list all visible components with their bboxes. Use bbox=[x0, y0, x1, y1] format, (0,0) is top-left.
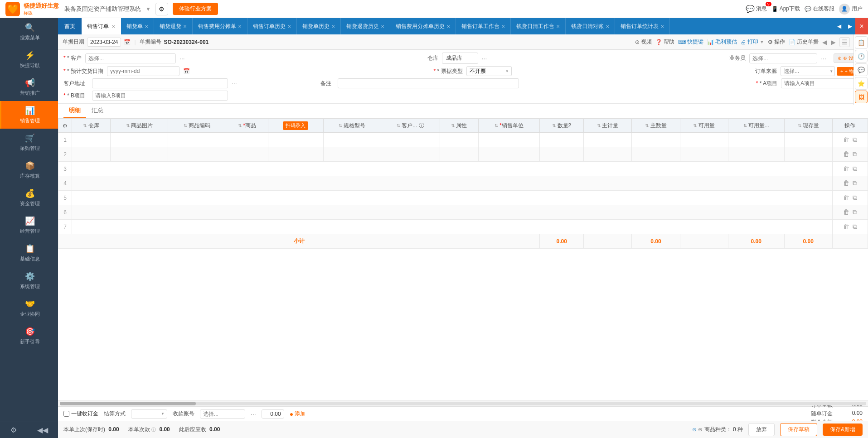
right-icon-1[interactable]: 📋 bbox=[855, 36, 868, 49]
right-icon-2[interactable]: 🕐 bbox=[855, 50, 868, 63]
nav-next-btn[interactable]: ▶ bbox=[831, 39, 836, 46]
save-draft-btn[interactable]: 保存草稿 bbox=[780, 423, 817, 436]
amount-value[interactable]: 0.00 bbox=[262, 409, 284, 419]
tab-close-12[interactable]: ✕ bbox=[660, 24, 664, 29]
tab-daily-workbench[interactable]: 钱货日清工作台 ✕ bbox=[511, 18, 566, 34]
a-project-input[interactable] bbox=[781, 78, 863, 88]
col-scan[interactable]: 扫码录入 bbox=[268, 119, 323, 133]
sidebar-item-system[interactable]: ⚙️ 系统管理 bbox=[0, 267, 58, 294]
calendar-icon[interactable]: 📅 bbox=[124, 39, 131, 45]
tab-order-workbench[interactable]: 销售订单工作台 ✕ bbox=[456, 18, 511, 34]
shortcut-btn[interactable]: ⌨快捷键 bbox=[678, 38, 703, 46]
tab-close-6[interactable]: ✕ bbox=[331, 24, 335, 29]
scan-input-btn[interactable]: 扫码录入 bbox=[283, 121, 308, 130]
tab-close-2[interactable]: ✕ bbox=[145, 24, 148, 29]
system-title-dropdown[interactable]: ▼ bbox=[145, 6, 151, 12]
row-copy-btn[interactable]: ⧉ bbox=[853, 165, 857, 172]
tab-sales-history[interactable]: 销货单历史 ✕ bbox=[297, 18, 341, 34]
row-delete-btn[interactable]: 🗑 bbox=[843, 136, 849, 143]
tab-sales-stats[interactable]: 销售订单统计表 ✕ bbox=[615, 18, 670, 34]
sidebar-item-finance[interactable]: 💰 资金管理 bbox=[0, 184, 58, 212]
app-download-btn[interactable]: 📱 App下载 bbox=[771, 5, 800, 13]
sidebar-collapse-btn[interactable]: ◀◀ bbox=[37, 426, 48, 434]
nav-prev-btn[interactable]: ◀ bbox=[822, 39, 827, 46]
save-new-btn[interactable]: 保存&新增 bbox=[823, 424, 863, 436]
row-delete-btn[interactable]: 🗑 bbox=[843, 179, 849, 187]
sidebar-item-inventory[interactable]: 📦 库存核算 bbox=[0, 156, 58, 184]
customer-more-btn[interactable]: ··· bbox=[179, 55, 185, 62]
tab-sales-return[interactable]: 销货单 ✕ bbox=[121, 18, 154, 34]
delivery-date-input[interactable] bbox=[107, 66, 179, 76]
row-delete-btn[interactable]: 🗑 bbox=[843, 223, 849, 230]
tab-close-7[interactable]: ✕ bbox=[381, 24, 384, 29]
tab-next-btn[interactable]: ▶ bbox=[844, 18, 855, 34]
tab-expense-history[interactable]: 销售费用分摊单历史 ✕ bbox=[390, 18, 456, 34]
tab-close-1[interactable]: ✕ bbox=[112, 24, 115, 29]
tab-close-all-btn[interactable]: ✕ bbox=[855, 18, 868, 34]
row-delete-btn[interactable]: 🗑 bbox=[843, 208, 849, 216]
detail-tab-summary[interactable]: 汇总 bbox=[86, 104, 109, 118]
help-btn[interactable]: ❓帮助 bbox=[655, 38, 674, 46]
tab-sales-refund[interactable]: 销货退货 ✕ bbox=[154, 18, 193, 34]
order-source-select-arrow[interactable]: ▼ bbox=[829, 69, 833, 73]
online-service-btn[interactable]: 💬 在线客服 bbox=[805, 5, 834, 13]
settings-gear[interactable]: ⚙ bbox=[155, 3, 168, 15]
print-btn[interactable]: 🖨打印 ▼ bbox=[741, 38, 764, 46]
sidebar-settings-btn[interactable]: ⚙ bbox=[10, 426, 17, 434]
tab-close-10[interactable]: ✕ bbox=[556, 24, 560, 29]
tab-sales-order[interactable]: 销售订单 ✕ bbox=[82, 18, 121, 34]
tab-order-history[interactable]: 销售订单历史 ✕ bbox=[247, 18, 297, 34]
sidebar-item-base-info[interactable]: 📋 基础信息 bbox=[0, 239, 58, 267]
customer-input[interactable] bbox=[85, 53, 176, 63]
detail-tab-detail[interactable]: 明细 bbox=[63, 104, 86, 118]
tab-home[interactable]: 首页 bbox=[58, 18, 82, 34]
tab-refund-history[interactable]: 销货退货历史 ✕ bbox=[341, 18, 390, 34]
row-copy-btn[interactable]: ⧉ bbox=[853, 136, 857, 143]
trial-btn[interactable]: 体验行业方案 bbox=[173, 3, 218, 15]
order-source-input[interactable] bbox=[781, 66, 835, 76]
tab-close-5[interactable]: ✕ bbox=[287, 24, 291, 29]
quick-pay-checkbox[interactable]: 一键收订金 bbox=[63, 410, 98, 418]
addr-more-btn[interactable]: ··· bbox=[232, 80, 237, 87]
message-btn[interactable]: 💬 消息 9 bbox=[746, 5, 767, 13]
invoice-type-select[interactable]: 不开票 ▼ bbox=[466, 66, 512, 76]
profit-btn[interactable]: 📊毛利预估 bbox=[707, 38, 737, 46]
b-project-input[interactable] bbox=[92, 91, 228, 101]
user-area[interactable]: 👤 用户 bbox=[839, 4, 863, 14]
right-icon-3[interactable]: 💬 bbox=[855, 63, 868, 76]
row-copy-btn[interactable]: ⧉ bbox=[853, 179, 857, 187]
tab-daily-reconcile[interactable]: 钱货日清对账 ✕ bbox=[566, 18, 615, 34]
row-copy-btn[interactable]: ⧉ bbox=[853, 208, 857, 216]
warehouse-value[interactable]: 成品库 bbox=[442, 53, 478, 64]
tab-close-8[interactable]: ✕ bbox=[446, 24, 450, 29]
discard-btn[interactable]: 放弃 bbox=[748, 423, 775, 436]
note-input[interactable] bbox=[338, 78, 519, 88]
account-more-btn[interactable]: ··· bbox=[251, 410, 256, 418]
sidebar-item-collab[interactable]: 🤝 企业协同 bbox=[0, 294, 58, 322]
history-btn[interactable]: 📄历史单据 bbox=[789, 38, 819, 46]
sidebar-item-search[interactable]: 🔍 搜索菜单 bbox=[0, 18, 58, 46]
account-input[interactable] bbox=[200, 409, 245, 419]
pay-method-select[interactable]: ▼ bbox=[131, 409, 167, 419]
tab-prev-btn[interactable]: ◀ bbox=[834, 18, 844, 34]
view-toggle-list[interactable]: ☰ bbox=[839, 37, 850, 47]
sidebar-item-purchase[interactable]: 🛒 采购管理 bbox=[0, 129, 58, 156]
tab-close-3[interactable]: ✕ bbox=[183, 24, 187, 29]
actions-btn[interactable]: ⚙操作 bbox=[768, 38, 785, 46]
sidebar-item-marketing[interactable]: 📢 营销推广 bbox=[0, 73, 58, 101]
tab-sales-expense[interactable]: 销售费用分摊单 ✕ bbox=[193, 18, 247, 34]
salesperson-more-btn[interactable]: ··· bbox=[821, 55, 826, 62]
sidebar-item-operations[interactable]: 📈 经营管理 bbox=[0, 212, 58, 239]
sidebar-item-nav[interactable]: ⚡ 快捷导航 bbox=[0, 46, 58, 73]
delivery-cal-icon[interactable]: 📅 bbox=[183, 68, 190, 74]
right-icon-4[interactable]: ⭐ bbox=[855, 77, 868, 90]
warehouse-more-btn[interactable]: ··· bbox=[482, 55, 487, 62]
sidebar-item-sales[interactable]: 📊 销售管理 bbox=[0, 101, 58, 129]
row-delete-btn[interactable]: 🗑 bbox=[843, 194, 849, 201]
tab-close-4[interactable]: ✕ bbox=[238, 24, 242, 29]
row-copy-btn[interactable]: ⧉ bbox=[853, 223, 857, 230]
row-delete-btn[interactable]: 🗑 bbox=[843, 150, 849, 158]
row-copy-btn[interactable]: ⧉ bbox=[853, 150, 857, 158]
row-delete-btn[interactable]: 🗑 bbox=[843, 165, 849, 172]
col-config[interactable]: ⚙ bbox=[58, 119, 72, 133]
